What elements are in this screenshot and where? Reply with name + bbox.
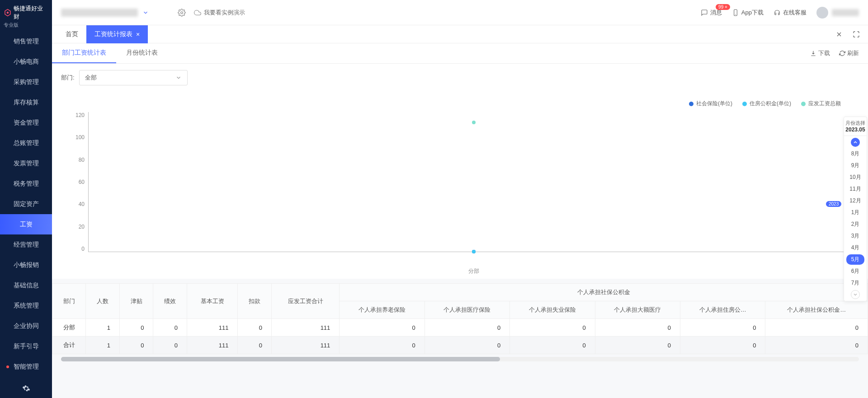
sidebar-item-5[interactable]: 总账管理 [0, 133, 52, 153]
inner-tab-1[interactable]: 月份统计表 [116, 43, 168, 63]
month-item[interactable]: 6月 [846, 266, 864, 276]
page-tab-1[interactable]: 工资统计报表× [86, 25, 148, 43]
notification-dot [6, 365, 9, 368]
month-prev-button[interactable] [851, 138, 860, 147]
month-item[interactable]: 10月 [846, 172, 864, 183]
legend-item[interactable]: 应发工资总额 [801, 100, 841, 108]
month-item[interactable]: 5月 [846, 254, 864, 265]
expand-icon [853, 31, 860, 38]
col-header: 个人承担社保公积金… [765, 301, 868, 319]
sidebar-item-17[interactable]: 应用中心 [0, 377, 52, 379]
user-menu[interactable] [816, 7, 859, 19]
sidebar-item-3[interactable]: 库存核算 [0, 92, 52, 112]
username [832, 9, 859, 16]
cell: 0 [238, 337, 271, 354]
department-select[interactable]: 全部 [79, 70, 188, 85]
department-select-value: 全部 [85, 74, 97, 82]
close-icon [835, 31, 843, 38]
page-tab-label: 工资统计报表 [94, 30, 132, 38]
table-wrap: 部门人数津贴绩效基本工资扣款应发工资合计个人承担社保公积金个人承担养老保险个人承… [52, 283, 868, 354]
sidebar-item-14[interactable]: 企业协同 [0, 316, 52, 336]
cell: 0 [340, 337, 425, 354]
cell: 0 [680, 319, 765, 337]
chevron-down-icon [142, 9, 149, 16]
sidebar-item-label: 智能管理 [14, 363, 39, 371]
cell-dept: 分部 [52, 319, 86, 337]
settings-icon[interactable] [22, 384, 30, 393]
chevron-down-icon [853, 292, 858, 297]
content-area: 部门工资统计表月份统计表 下载 刷新 部门: 全部 [52, 43, 868, 398]
sidebar-item-12[interactable]: 基础信息 [0, 275, 52, 295]
month-item[interactable]: 11月 [846, 184, 864, 194]
sidebar-item-7[interactable]: 税务管理 [0, 173, 52, 194]
month-item[interactable]: 3月 [846, 231, 864, 241]
messages-button[interactable]: 消息 99 + [701, 9, 722, 17]
col-header: 绩效 [153, 284, 187, 319]
month-picker-current: 2023.05 [844, 126, 867, 133]
refresh-button[interactable]: 刷新 [839, 49, 859, 57]
cell-dept: 合计 [52, 337, 86, 354]
mobile-icon [732, 9, 739, 16]
sidebar-item-label: 经营管理 [14, 241, 39, 249]
sidebar-item-label: 企业协同 [14, 322, 39, 330]
download-button[interactable]: 下载 [810, 49, 830, 57]
demo-link[interactable]: 我要看实例演示 [194, 9, 245, 17]
sidebar-item-13[interactable]: 系统管理 [0, 295, 52, 316]
close-all-tabs-button[interactable] [833, 28, 845, 41]
sidebar-item-6[interactable]: 发票管理 [0, 153, 52, 173]
sidebar-item-9[interactable]: 工资 [0, 214, 52, 234]
cell: 0 [153, 319, 187, 337]
month-item[interactable]: 8月 [846, 149, 864, 159]
online-service-button[interactable]: 在线客服 [774, 9, 807, 17]
fullscreen-button[interactable] [850, 28, 863, 41]
col-header: 个人承担失业保险 [510, 301, 595, 319]
app-download-button[interactable]: App下载 [732, 9, 764, 17]
company-selector[interactable] [61, 9, 170, 17]
sidebar-item-2[interactable]: 采购管理 [0, 72, 52, 92]
download-label: 下载 [818, 49, 830, 57]
refresh-label: 刷新 [847, 49, 859, 57]
month-item[interactable]: 7月 [846, 278, 864, 288]
download-icon [810, 50, 816, 56]
sidebar-item-1[interactable]: 小畅电商 [0, 52, 52, 72]
sidebar-item-label: 税务管理 [14, 180, 39, 188]
cell: 0 [425, 337, 509, 354]
month-picker-title: 月份选择 [845, 120, 865, 126]
month-item[interactable]: 4月 [846, 243, 864, 253]
col-group-header: 个人承担社保公积金 [340, 284, 868, 301]
legend-item[interactable]: 社会保险(单位) [689, 100, 732, 108]
sidebar-item-0[interactable]: 销售管理 [0, 31, 52, 52]
horizontal-scrollbar[interactable] [61, 357, 859, 361]
sidebar-item-16[interactable]: 智能管理 [0, 356, 52, 377]
cell: 0 [119, 319, 153, 337]
page-tab-0[interactable]: 首页 [57, 25, 86, 43]
legend-label: 住房公积金(单位) [750, 100, 791, 108]
inner-tab-0[interactable]: 部门工资统计表 [52, 43, 116, 63]
settings-outline-icon[interactable] [178, 9, 186, 17]
sidebar-item-15[interactable]: 新手引导 [0, 336, 52, 356]
tab-close-button[interactable]: × [136, 31, 140, 38]
sidebar-item-11[interactable]: 小畅报销 [0, 255, 52, 275]
cloud-icon [194, 9, 201, 16]
sidebar-item-8[interactable]: 固定资产 [0, 194, 52, 214]
sidebar-nav: 销售管理小畅电商采购管理库存核算资金管理总账管理发票管理税务管理固定资产工资经营… [0, 31, 52, 379]
sidebar-item-label: 销售管理 [14, 37, 39, 46]
sidebar-item-label: 库存核算 [14, 98, 39, 107]
cell: 0 [765, 337, 868, 354]
sidebar-item-4[interactable]: 资金管理 [0, 112, 52, 133]
month-next-button[interactable] [851, 290, 860, 299]
month-item[interactable]: 12月 [846, 196, 864, 206]
month-item[interactable]: 2月 [846, 219, 864, 229]
legend-item[interactable]: 住房公积金(单位) [742, 100, 791, 108]
chart-card: 社会保险(单位)住房公积金(单位)应发工资总额 120100806040200 … [52, 92, 868, 279]
month-item[interactable]: 1月 [846, 207, 864, 218]
chart-y-axis: 120100806040200 [61, 112, 88, 252]
sidebar-item-10[interactable]: 经营管理 [0, 234, 52, 255]
month-item[interactable]: 9月 [846, 160, 864, 171]
cell: 0 [510, 319, 595, 337]
filter-row: 部门: 全部 [52, 64, 868, 92]
svg-point-0 [7, 12, 9, 14]
col-header: 个人承担大额医疗 [595, 301, 680, 319]
cell: 0 [680, 337, 765, 354]
y-tick: 20 [79, 224, 85, 230]
